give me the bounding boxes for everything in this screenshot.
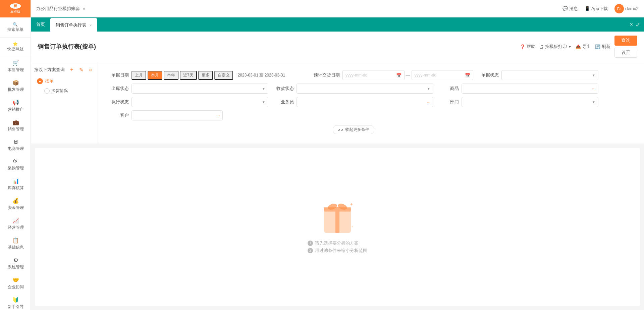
sidebar-item-basic[interactable]: 📋 基础信息 [0,234,31,254]
svg-text:✦: ✦ [351,225,354,228]
expected-date-start[interactable]: yyyy-mm-dd 📅 [342,70,405,80]
customer-more-icon: ··· [216,113,220,118]
print-button[interactable]: 🖨 按模板打印 ▼ [539,44,572,50]
query-settings-group: 查询 设置 [614,36,637,58]
topbar-arrow-icon[interactable]: ∨ [83,6,86,11]
settings-button[interactable]: 设置 [614,48,637,58]
tab-close-button[interactable]: × [90,23,92,27]
collapse-icon: ∧∧ [338,127,344,132]
scheme-item-debt[interactable]: 欠货情况 [34,86,94,95]
department-select[interactable]: ▼ [462,97,598,107]
topbar-app-title: 办公用品行业模拟账套 [36,6,80,12]
filter-field-product: 商品 ··· [439,84,598,94]
marketing-icon: 📢 [12,99,19,106]
sidebar-item-marketing-label: 营销推广 [8,107,24,112]
content-area: ✦ ✦ 请先选择要分析的方案 用过滤条件来缩小分析范围 [35,148,640,306]
sidebar-item-finance[interactable]: 💰 资金管理 [0,194,31,214]
tab-expand-button[interactable]: ⤢ [636,21,640,28]
sidebar-item-wholesale[interactable]: 📦 批发管理 [0,76,31,96]
search-menu-button[interactable]: 🔍 搜索菜单 [2,20,29,35]
salesperson-input[interactable]: ··· [297,97,433,107]
search-menu-label: 搜索菜单 [7,27,23,33]
expected-date-label: 预计交货日期 [314,72,340,78]
filter-field-customer: 客户 ··· [109,110,223,120]
status-select[interactable]: ▼ [501,70,598,80]
tabbar-right-actions: × ⤢ [630,21,644,28]
status-arrow-icon: ▼ [592,73,595,77]
date-tab-this-month[interactable]: 本月 [148,71,162,80]
help-icon: ❓ [520,44,525,49]
date-tab-this-year[interactable]: 本年 [164,71,178,80]
date-tab-more[interactable]: 更多 [198,71,213,80]
svg-rect-3 [324,208,351,211]
refresh-button[interactable]: 🔄 刷新 [595,44,610,50]
customer-input[interactable]: ··· [131,110,223,120]
sidebar-item-enterprise[interactable]: 🤝 企业协同 [0,273,31,293]
query-button[interactable]: 查询 [614,36,637,46]
message-icon: 💬 [562,6,568,11]
filter-field-delivery: 出库状态 ▼ [109,84,268,94]
date-tab-custom[interactable]: 自定义 [214,71,233,80]
sidebar-item-sales[interactable]: 💼 销售管理 [0,116,31,136]
sidebar-item-newbie[interactable]: 🔰 新手引导 [0,293,31,310]
product-input[interactable]: ··· [462,84,598,94]
export-label: 导出 [582,44,591,50]
tab-home[interactable]: 首页 [31,17,50,32]
filter-row-3: 执行状态 ▼ 业务员 ··· [109,97,598,107]
app-download-button[interactable]: 📱 App下载 [585,6,608,12]
sidebar-item-retail-label: 零售管理 [8,67,24,73]
expected-date-range: yyyy-mm-dd 📅 — yyyy-mm-dd 📅 [342,70,473,80]
sidebar-item-system[interactable]: ⚙ 系统管理 [0,254,31,273]
filter-field-salesperson: 业务员 ··· [274,97,433,107]
filter-row-1: 单据日期 上月 本月 本年 近7天 更多 自定义 2023-03-01 [109,70,598,80]
date-range-display: 2023-03-01 至 2023-03-31 [238,72,285,78]
exec-select[interactable]: ▼ [131,97,268,107]
department-arrow-icon: ▼ [592,100,595,104]
filter-field-expected-date: 预计交货日期 yyyy-mm-dd 📅 — yyyy-mm-dd 📅 [314,70,473,80]
add-scheme-button[interactable]: + [68,66,75,73]
quick-nav-label: 快捷导航 [7,46,23,52]
date-end: 2023-03-31 [265,73,285,78]
empty-illustration: ✦ ✦ [317,199,358,236]
date-label: 单据日期 [109,72,129,78]
collapse-scheme-button[interactable]: « [87,66,94,73]
quick-nav-button[interactable]: ⭐ 快捷导航 [2,40,29,54]
tab-close-all-button[interactable]: × [630,21,633,28]
payment-select[interactable]: ▼ [297,84,433,94]
status-label: 单据状态 [479,72,499,78]
export-icon: 📤 [576,44,581,49]
sidebar-item-marketing[interactable]: 📢 营销推广 [0,96,31,116]
date-tab-last-month[interactable]: 上月 [131,71,146,80]
sidebar-item-operations[interactable]: 📈 经营管理 [0,214,31,234]
sidebar-item-retail[interactable]: 🛒 零售管理 [0,56,31,76]
tab-sales-order[interactable]: 销售订单执行表 × [50,18,97,32]
collapse-button[interactable]: ∧∧ 收起更多条件 [333,125,374,134]
expected-date-end[interactable]: yyyy-mm-dd 📅 [412,70,474,80]
delivery-arrow-icon: ▼ [262,87,265,91]
sidebar-quick-nav-area[interactable]: ⭐ 快捷导航 [0,38,31,56]
topbar: 办公用品行业模拟账套 ∨ 💬 消息 📱 App下载 Ea demo2 [31,0,644,17]
app-download-icon: 📱 [585,6,590,11]
sidebar-nav: 🛒 零售管理 📦 批发管理 📢 营销推广 💼 销售管理 🖥 电商管理 🛍 采购管… [0,56,31,310]
export-button[interactable]: 📤 导出 [576,44,591,50]
edit-scheme-button[interactable]: ✎ [77,66,85,73]
sidebar-item-ecommerce[interactable]: 🖥 电商管理 [0,136,31,155]
topbar-left: 办公用品行业模拟账套 ∨ [36,6,86,12]
sidebar-search-area[interactable]: 🔍 搜索菜单 [0,17,31,38]
sidebar-item-inventory[interactable]: 📊 库存核算 [0,174,31,194]
collapse-label: 收起更多条件 [345,127,369,133]
filter-scheme-panel: 按以下方案查询 + ✎ « ● 按单 欠货情况 [31,62,98,144]
scheme-item-sales-order[interactable]: ● 按单 [34,76,94,86]
date-tabs: 上月 本月 本年 近7天 更多 自定义 [131,71,233,80]
delivery-select[interactable]: ▼ [131,84,268,94]
message-button[interactable]: 💬 消息 [562,6,578,12]
user-profile-button[interactable]: Ea demo2 [614,4,639,13]
page-header: 销售订单执行表(按单) ❓ 帮助 🖨 按模板打印 ▼ 📤 导出 🔄 刷新 [31,32,644,62]
sidebar-item-enterprise-label: 企业协同 [8,284,24,290]
sidebar-item-purchase[interactable]: 🛍 采购管理 [0,155,31,174]
date-tab-last-7[interactable]: 近7天 [180,71,197,80]
help-button[interactable]: ❓ 帮助 [520,44,535,50]
purchase-icon: 🛍 [13,158,18,164]
customer-label: 客户 [109,112,129,118]
sales-icon: 💼 [12,119,19,125]
